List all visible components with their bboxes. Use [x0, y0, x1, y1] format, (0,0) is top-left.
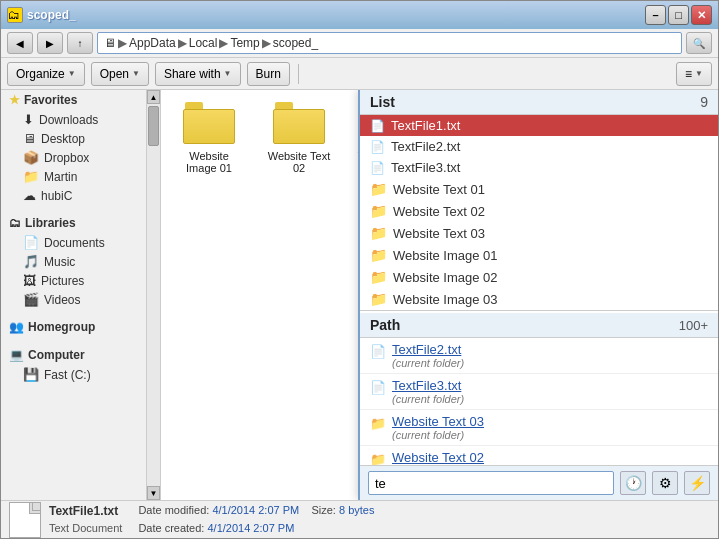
list-title: List — [370, 94, 395, 110]
close-button[interactable]: ✕ — [691, 5, 712, 25]
favorites-label: Favorites — [24, 93, 77, 107]
sidebar-item-videos[interactable]: 🎬 Videos — [1, 290, 146, 309]
list-item-label: Website Text 02 — [393, 204, 485, 219]
status-details: Date modified: 4/1/2014 2:07 PM Size: 8 … — [138, 502, 374, 537]
search-go-button[interactable]: ⚡ — [684, 471, 710, 495]
title-bar-buttons: – □ ✕ — [645, 5, 712, 25]
window-icon: 🗂 — [7, 7, 23, 23]
back-button[interactable]: ◀ — [7, 32, 33, 54]
path-item-sub: (current folder) — [392, 429, 484, 441]
search-input[interactable] — [368, 471, 614, 495]
path-item-website-text-02[interactable]: 📁 Website Text 02 (current folder) — [360, 446, 718, 465]
sidebar-homegroup-group[interactable]: 👥 Homegroup — [1, 317, 146, 337]
sidebar-item-fast-c[interactable]: 💾 Fast (C:) — [1, 365, 146, 384]
share-label: Share with — [164, 67, 221, 81]
maximize-button[interactable]: □ — [668, 5, 689, 25]
organize-button[interactable]: Organize ▼ — [7, 62, 85, 86]
address-path[interactable]: 🖥 ▶ AppData ▶ Local ▶ Temp ▶ scoped_ — [97, 32, 682, 54]
sidebar-scrollbar[interactable]: ▲ ▼ — [146, 90, 160, 500]
computer-icon: 💻 — [9, 348, 24, 362]
sidebar-item-pictures[interactable]: 🖼 Pictures — [1, 271, 146, 290]
drive-icon: 💾 — [23, 367, 39, 382]
list-item-website-text-02[interactable]: 📁 Website Text 02 — [360, 200, 718, 222]
folder-icon: 📁 — [370, 181, 387, 197]
sidebar-documents-label: Documents — [44, 236, 105, 250]
view-options-button[interactable]: ≡ ▼ — [676, 62, 712, 86]
list-item-website-image-03[interactable]: 📁 Website Image 03 — [360, 288, 718, 310]
sidebar-music-label: Music — [44, 255, 75, 269]
sidebar: ★ Favorites ⬇ Downloads 🖥 Desktop 📦 Drop… — [1, 90, 146, 500]
file-item-website-image-01[interactable]: Website Image 01 — [169, 98, 249, 178]
open-button[interactable]: Open ▼ — [91, 62, 149, 86]
folder-icon: 📁 — [370, 291, 387, 307]
folder-icon: 📁 — [370, 416, 386, 431]
sidebar-martin-label: Martin — [44, 170, 77, 184]
list-item-label: Website Image 01 — [393, 248, 498, 263]
sidebar-libraries-group[interactable]: 🗂 Libraries — [1, 213, 146, 233]
view-chevron-icon: ▼ — [695, 69, 703, 78]
folder-icon: 📁 — [370, 452, 386, 465]
search-box-icon[interactable]: 🔍 — [686, 32, 712, 54]
file-item-website-text-02[interactable]: Website Text 02 — [259, 98, 339, 178]
path-item-name: Website Text 03 — [392, 414, 484, 429]
sidebar-fastc-label: Fast (C:) — [44, 368, 91, 382]
scroll-down-arrow[interactable]: ▼ — [147, 486, 160, 500]
scroll-up-arrow[interactable]: ▲ — [147, 90, 160, 104]
sidebar-item-music[interactable]: 🎵 Music — [1, 252, 146, 271]
search-history-button[interactable]: 🕐 — [620, 471, 646, 495]
list-item-website-image-01[interactable]: 📁 Website Image 01 — [360, 244, 718, 266]
organize-label: Organize — [16, 67, 65, 81]
list-item-textfile1[interactable]: 📄 TextFile1.txt — [360, 115, 718, 136]
status-filename: TextFile1.txt — [49, 502, 122, 520]
list-item-website-image-02[interactable]: 📁 Website Image 02 — [360, 266, 718, 288]
sidebar-item-hubic[interactable]: ☁ hubiC — [1, 186, 146, 205]
size-label: Size: — [311, 504, 335, 516]
computer-label: Computer — [28, 348, 85, 362]
txt-file-icon: 📄 — [370, 140, 385, 154]
sidebar-computer-group[interactable]: 💻 Computer — [1, 345, 146, 365]
size-value: 8 bytes — [339, 504, 374, 516]
sidebar-item-downloads[interactable]: ⬇ Downloads — [1, 110, 146, 129]
sidebar-item-documents[interactable]: 📄 Documents — [1, 233, 146, 252]
folder-icon: 📁 — [370, 247, 387, 263]
sidebar-item-martin[interactable]: 📁 Martin — [1, 167, 146, 186]
desktop-icon: 🖥 — [23, 131, 36, 146]
path-item-website-text-03[interactable]: 📁 Website Text 03 (current folder) — [360, 410, 718, 446]
open-label: Open — [100, 67, 129, 81]
list-item-textfile2[interactable]: 📄 TextFile2.txt — [360, 136, 718, 157]
sidebar-pictures-label: Pictures — [41, 274, 84, 288]
main-window: 🗂 scoped_ – □ ✕ ◀ ▶ ↑ 🖥 ▶ AppData ▶ Loca… — [0, 0, 719, 539]
path-item-textfile3[interactable]: 📄 TextFile3.txt (current folder) — [360, 374, 718, 410]
title-bar: 🗂 scoped_ – □ ✕ — [1, 1, 718, 29]
list-item-website-text-03[interactable]: 📁 Website Text 03 — [360, 222, 718, 244]
list-item-label: Website Image 02 — [393, 270, 498, 285]
created-value: 4/1/2014 2:07 PM — [207, 522, 294, 534]
burn-button[interactable]: Burn — [247, 62, 290, 86]
forward-button[interactable]: ▶ — [37, 32, 63, 54]
share-button[interactable]: Share with ▼ — [155, 62, 241, 86]
minimize-button[interactable]: – — [645, 5, 666, 25]
libraries-icon: 🗂 — [9, 216, 21, 230]
up-button[interactable]: ↑ — [67, 32, 93, 54]
overlay-panel: List 9 📄 TextFile1.txt 📄 TextFile2.txt 📄 — [358, 90, 718, 500]
toolbar-separator — [298, 64, 299, 84]
txt-icon: 📄 — [370, 380, 386, 395]
path-item-text: TextFile3.txt (current folder) — [392, 378, 464, 405]
sidebar-item-desktop[interactable]: 🖥 Desktop — [1, 129, 146, 148]
star-icon: ★ — [9, 93, 20, 107]
main-content: ★ Favorites ⬇ Downloads 🖥 Desktop 📦 Drop… — [1, 90, 718, 500]
scroll-thumb[interactable] — [148, 106, 159, 146]
status-bar: TextFile1.txt Text Document Date modifie… — [1, 500, 718, 538]
search-settings-button[interactable]: ⚙ — [652, 471, 678, 495]
path-item-textfile2[interactable]: 📄 TextFile2.txt (current folder) — [360, 338, 718, 374]
folder-icon: 📁 — [370, 225, 387, 241]
sidebar-item-dropbox[interactable]: 📦 Dropbox — [1, 148, 146, 167]
hubic-icon: ☁ — [23, 188, 36, 203]
sidebar-favorites-group[interactable]: ★ Favorites — [1, 90, 146, 110]
list-item-textfile3[interactable]: 📄 TextFile3.txt — [360, 157, 718, 178]
title-bar-left: 🗂 scoped_ — [7, 7, 76, 23]
documents-icon: 📄 — [23, 235, 39, 250]
list-item-website-text-01[interactable]: 📁 Website Text 01 — [360, 178, 718, 200]
downloads-icon: ⬇ — [23, 112, 34, 127]
file-thumbnail — [9, 502, 41, 538]
